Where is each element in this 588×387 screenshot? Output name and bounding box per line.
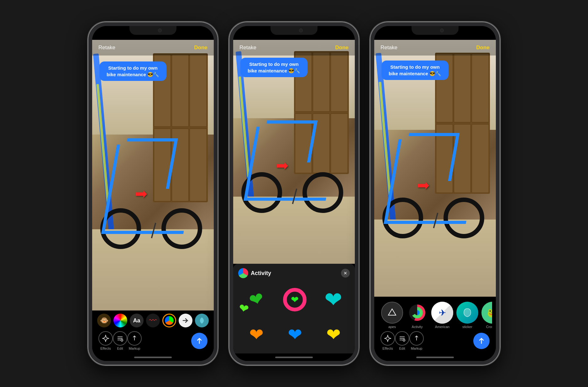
send-btn-1[interactable] <box>191 333 207 349</box>
markup-btn-3[interactable]: Markup <box>409 331 424 350</box>
home-bar-1 <box>92 353 214 361</box>
sticker-item-shapes[interactable]: apes <box>381 302 403 329</box>
heart-sticker-pink[interactable]: ❤ <box>277 284 313 315</box>
notch-bar-1 <box>92 26 214 40</box>
crossy-circle-icon: 🐸 <box>481 302 492 324</box>
effects-icon-3 <box>381 331 395 346</box>
retake-btn-2[interactable]: Retake <box>239 45 256 51</box>
effects-label-3: Effects <box>382 347 393 350</box>
heart-sticker-green[interactable]: ❤ ❤ <box>238 284 274 315</box>
camera-3 <box>440 29 444 32</box>
activity-rings-icon <box>409 305 425 321</box>
notch-bar-3 <box>374 26 496 40</box>
bottom-toolbar-1: 🐵 Aa 〰 <box>92 310 214 353</box>
h-sticker-row-3: apes Activity American <box>378 300 492 330</box>
squiggle-btn[interactable]: 〰 <box>146 314 160 327</box>
top-bar-1: Retake Done <box>92 40 214 56</box>
bike-1 <box>98 108 207 257</box>
edit-label-1: Edit <box>117 347 123 350</box>
svg-point-3 <box>121 339 123 341</box>
caption-bubble-2: Starting to do my own bike maintenance 😎… <box>240 58 307 77</box>
picker-header-2: Activity ✕ <box>233 264 355 281</box>
send-btn-3[interactable] <box>473 333 490 349</box>
arrow-sticker-btn[interactable] <box>179 314 192 327</box>
markup-label-3: Markup <box>411 347 423 350</box>
caption-bubble-3: Starting to do my own bike maintenance 😎… <box>381 61 448 80</box>
blue-sticker-btn[interactable] <box>195 314 209 327</box>
picker-close-btn-2[interactable]: ✕ <box>341 269 350 278</box>
sticker-picker-2: Activity ✕ ❤ ❤ <box>233 264 355 353</box>
sticker-item-sticker[interactable]: sticker <box>456 302 478 329</box>
phone-2: ➡ Starting to do my own bike maintenance… <box>228 21 360 366</box>
sticker-item-activity[interactable]: Activity <box>406 302 428 329</box>
bike-2 <box>239 96 349 219</box>
monkey-sticker-btn[interactable]: 🐵 <box>97 314 111 327</box>
activity-orb-btn[interactable] <box>162 314 176 327</box>
notch-bar-2 <box>233 26 355 40</box>
action-row-1: Effects Edit Markup <box>96 330 210 352</box>
svg-point-7 <box>403 339 405 341</box>
activity-circle-icon <box>406 302 428 324</box>
photo-area-2: ➡ Starting to do my own bike maintenance… <box>233 40 355 264</box>
camera-1 <box>158 29 162 32</box>
effects-btn-1[interactable]: Effects <box>98 331 113 350</box>
notch-1 <box>129 26 176 35</box>
effects-icon-1 <box>98 331 113 346</box>
sticker-yellow[interactable]: ❤ <box>315 319 351 350</box>
done-btn-3[interactable]: Done <box>476 45 490 51</box>
home-bar-2 <box>233 353 355 361</box>
red-arrow-2: ➡ <box>276 156 288 174</box>
top-bar-2: Retake Done <box>233 40 355 56</box>
action-row-3: Effects Edit Markup <box>378 330 492 352</box>
retake-btn-1[interactable]: Retake <box>98 45 115 51</box>
sticker-item-american[interactable]: American <box>431 302 453 329</box>
bike-3 <box>380 104 490 245</box>
edit-btn-1[interactable]: Edit <box>113 331 127 350</box>
top-bar-3: Retake Done <box>374 40 496 56</box>
sticker-item-crossy[interactable]: 🐸 Crossy I <box>481 302 492 329</box>
sticker-orange[interactable]: ❤ <box>238 319 274 350</box>
markup-icon-3 <box>409 331 424 346</box>
sticker-label: sticker <box>462 325 472 329</box>
done-btn-1[interactable]: Done <box>194 45 208 51</box>
screen-2: ➡ Starting to do my own bike maintenance… <box>233 40 355 264</box>
edit-label-3: Edit <box>399 347 405 350</box>
red-arrow-3: ➡ <box>417 176 429 194</box>
screen-1: ➡ Starting to do my own bike maintenance… <box>92 40 214 310</box>
american-circle-icon <box>431 302 453 324</box>
frame-1 <box>101 145 199 234</box>
camera-2 <box>299 29 303 32</box>
american-label: American <box>435 325 449 329</box>
sticker-blue[interactable]: ❤ <box>277 319 313 350</box>
markup-icon-1 <box>127 331 142 346</box>
effects-btn-3[interactable]: Effects <box>381 331 395 350</box>
photo-area-1: ➡ Starting to do my own bike maintenance… <box>92 40 214 310</box>
activity-icon-2 <box>238 268 248 278</box>
home-indicator-3 <box>416 357 454 358</box>
frame-3 <box>384 139 481 224</box>
activity-label: Activity <box>412 325 423 329</box>
home-bar-3 <box>374 353 496 361</box>
markup-label-1: Markup <box>129 347 140 350</box>
sticker-row-1: 🐵 Aa 〰 <box>96 314 210 327</box>
home-indicator-1 <box>134 357 172 358</box>
screen-3: ➡ Starting to do my own bike maintenance… <box>374 40 496 297</box>
phone-1: ➡ Starting to do my own bike maintenance… <box>87 21 219 366</box>
edit-icon-1 <box>113 331 127 346</box>
markup-btn-1[interactable]: Markup <box>127 331 142 350</box>
picker-title-row-2: Activity <box>238 268 271 278</box>
frame-2 <box>244 127 339 201</box>
phone-3: ➡ Starting to do my own bike maintenance… <box>369 21 501 366</box>
done-btn-2[interactable]: Done <box>335 45 349 51</box>
color-orb-btn[interactable] <box>113 314 127 327</box>
edit-btn-3[interactable]: Edit <box>395 331 409 350</box>
heart-sticker-teal[interactable]: ❤ <box>315 284 351 315</box>
notch-3 <box>412 26 459 35</box>
caption-bubble-1: Starting to do my own bike maintenance 😎… <box>99 61 166 81</box>
text-btn[interactable]: Aa <box>130 314 144 327</box>
home-indicator-2 <box>275 357 313 358</box>
retake-btn-3[interactable]: Retake <box>381 45 397 51</box>
sticker-circle-icon <box>456 302 478 324</box>
sticker-grid-2-row2: ❤ ❤ ❤ <box>233 319 355 353</box>
shapes-circle-icon <box>381 302 403 324</box>
